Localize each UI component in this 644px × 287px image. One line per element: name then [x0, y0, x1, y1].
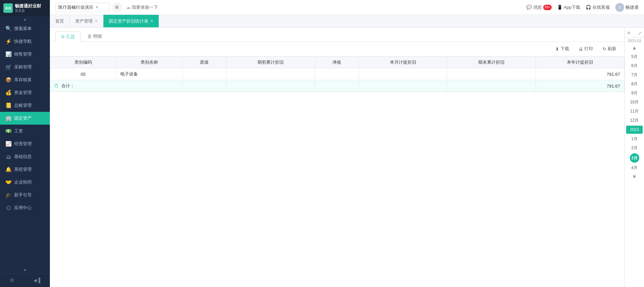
- settings-button[interactable]: ⚙: [7, 276, 17, 284]
- tab-depreciation-report-close[interactable]: ✕: [150, 19, 153, 23]
- scroll-up-btn[interactable]: ▲: [631, 43, 639, 52]
- col-monthly-dep: 本月计提折旧: [359, 57, 447, 68]
- experience-icon: ☁: [126, 5, 130, 10]
- system-icon: 🔔: [5, 166, 11, 172]
- col-net-value: 净值: [315, 57, 359, 68]
- logo-icon: AtA: [3, 3, 13, 13]
- app-logo: AtA 畅捷通好业财 普及版: [0, 0, 50, 16]
- tab-depreciation-report-label: 固定资产折旧统计表: [109, 18, 148, 24]
- app-download-label: App下载: [564, 4, 580, 10]
- panel-close-button[interactable]: ✕: [627, 30, 631, 36]
- month-item-5[interactable]: 5月: [625, 52, 644, 61]
- month-item-3-selected[interactable]: 3月: [630, 153, 639, 163]
- app-edition: 普及版: [15, 9, 41, 13]
- sidebar-item-search[interactable]: 🔍 搜索菜单: [0, 22, 50, 35]
- customer-service-btn[interactable]: 🎧 在线客服: [586, 4, 610, 10]
- sidebar-item-label: 库存核算: [14, 77, 32, 83]
- sidebar-item-label: 系统管理: [14, 166, 32, 172]
- subtab-detail-label: 明细: [93, 33, 102, 39]
- sidebar-item-fixed-assets[interactable]: 🏢 固定资产: [0, 112, 50, 125]
- summary-label: 🗒 合计：: [50, 80, 183, 92]
- sidebar-item-label: 经营管理: [14, 141, 32, 147]
- sidebar-item-operations[interactable]: 📈 经营管理: [0, 137, 50, 150]
- user-profile-btn[interactable]: 人 畅捷通: [615, 3, 639, 12]
- scroll-down-btn[interactable]: ▼: [631, 172, 639, 181]
- sidebar-item-sales[interactable]: 📊 销售管理: [0, 48, 50, 61]
- summary-monthly-dep: [359, 80, 447, 92]
- month-item-7[interactable]: 7月: [625, 70, 644, 79]
- col-closing-acc-dep: 期末累计折旧: [447, 57, 536, 68]
- sidebar-item-ledger[interactable]: 📒 总账管理: [0, 99, 50, 112]
- download-btn-label: 下载: [560, 46, 569, 52]
- summary-opening-acc-dep: [226, 80, 315, 92]
- month-item-11[interactable]: 11月: [625, 107, 644, 116]
- app-name-block: 畅捷通好业财 普及版: [15, 3, 41, 13]
- topbar-right: 💬 消息 99+ 📱 App下载 🎧 在线客服 人 畅捷通: [526, 3, 639, 12]
- download-icon: 📱: [557, 5, 562, 10]
- cell-opening-acc-dep: [226, 68, 315, 80]
- settings-icon-btn[interactable]: ⚙: [112, 2, 122, 12]
- sidebar-item-label: 应用中心: [14, 205, 32, 211]
- tab-depreciation-report[interactable]: 固定资产折旧统计表 ✕: [103, 15, 159, 27]
- finance-icon: 💰: [5, 90, 11, 96]
- sidebar-item-quick-nav[interactable]: ⚡ 快捷导航: [0, 35, 50, 48]
- sidebar-item-inventory[interactable]: 📦 库存核算: [0, 73, 50, 86]
- panel-expand-button[interactable]: ⤢: [638, 30, 642, 36]
- sidebar-item-payroll[interactable]: 💵 工资: [0, 125, 50, 137]
- sidebar-item-label: 资金管理: [14, 90, 32, 96]
- month-item-6[interactable]: 6月: [625, 61, 644, 70]
- sidebar-item-finance[interactable]: 💰 资金管理: [0, 86, 50, 99]
- sidebar-scroll-up[interactable]: ▲: [0, 16, 50, 22]
- summary-annual-dep: 791.67: [536, 80, 624, 92]
- enterprise-icon: 🤝: [5, 179, 11, 185]
- quick-nav-icon: ⚡: [5, 38, 11, 44]
- tab-home[interactable]: 首页: [50, 15, 70, 27]
- download-button[interactable]: ⬇ 下载: [553, 44, 572, 53]
- print-btn-icon: 🖨: [579, 46, 583, 52]
- sidebar-item-guide[interactable]: 🎓 新手引导: [0, 189, 50, 201]
- panel-header: ✕ ⤢: [625, 29, 644, 37]
- sidebar-item-label: 工资: [14, 128, 23, 134]
- sidebar-item-enterprise[interactable]: 🤝 企业协同: [0, 176, 50, 189]
- col-name: 类别名称: [116, 57, 182, 68]
- experience-btn[interactable]: ☁ 我要体验一下: [126, 4, 158, 10]
- main-area: 医疗器械行业演示 ▼ ⚙ ☁ 我要体验一下 💬 消息 99+ 📱 App下载 🎧…: [50, 0, 644, 287]
- month-item-12[interactable]: 12月: [625, 116, 644, 125]
- collapse-button[interactable]: ◀▐: [31, 276, 43, 284]
- tab-asset-management-label: 资产管理: [75, 18, 93, 24]
- sidebar-item-basic-info[interactable]: 🗂 基础信息: [0, 150, 50, 163]
- refresh-btn-label: 刷新: [608, 46, 616, 52]
- tab-asset-management-close[interactable]: ✕: [95, 19, 98, 23]
- avatar: 人: [615, 3, 624, 12]
- sidebar-item-system[interactable]: 🔔 系统管理: [0, 163, 50, 176]
- subtab-summary[interactable]: ⊙ 汇总: [55, 31, 81, 42]
- guide-icon: 🎓: [5, 192, 11, 198]
- table-wrapper: 类别编码 类别名称 原值 期初累计折旧 净值 本月计提折旧 期末累计折旧 本年计…: [50, 56, 624, 287]
- report-toolbar: ⬇ 下载 🖨 打印 ↻ 刷新: [50, 42, 624, 56]
- month-item-1[interactable]: 1月: [625, 134, 644, 144]
- summary-icon: 🗒: [54, 83, 59, 88]
- sidebar-item-purchase[interactable]: 🛒 采购管理: [0, 61, 50, 73]
- cell-annual-dep: 791.67: [536, 68, 624, 80]
- month-item-9[interactable]: 9月: [625, 89, 644, 98]
- sidebar-item-app-center[interactable]: ⬡ 应用中心: [0, 201, 50, 214]
- refresh-button[interactable]: ↻ 刷新: [600, 44, 619, 53]
- month-item-8[interactable]: 8月: [625, 79, 644, 89]
- cell-net-value: [315, 68, 359, 80]
- app-name: 畅捷通好业财: [15, 3, 41, 9]
- tab-asset-management[interactable]: 资产管理 ✕: [70, 15, 103, 27]
- month-item-4[interactable]: 4月: [625, 163, 644, 172]
- app-download-btn[interactable]: 📱 App下载: [557, 4, 580, 10]
- month-item-10[interactable]: 10月: [625, 98, 644, 107]
- company-selector[interactable]: 医疗器械行业演示 ▼: [55, 3, 109, 12]
- sidebar-scroll-down[interactable]: ▼: [0, 267, 50, 273]
- subtab-detail[interactable]: ☰ 明细: [82, 31, 108, 41]
- sidebar-item-label: 采购管理: [14, 64, 32, 70]
- company-dropdown-icon: ▼: [95, 5, 99, 9]
- year-2023-label[interactable]: 2023: [626, 126, 643, 134]
- month-item-2[interactable]: 2月: [625, 144, 644, 153]
- sidebar-item-label: 快捷导航: [14, 38, 32, 44]
- print-button[interactable]: 🖨 打印: [576, 44, 596, 53]
- company-name: 医疗器械行业演示: [58, 4, 93, 10]
- notifications-btn[interactable]: 💬 消息 99+: [526, 4, 552, 10]
